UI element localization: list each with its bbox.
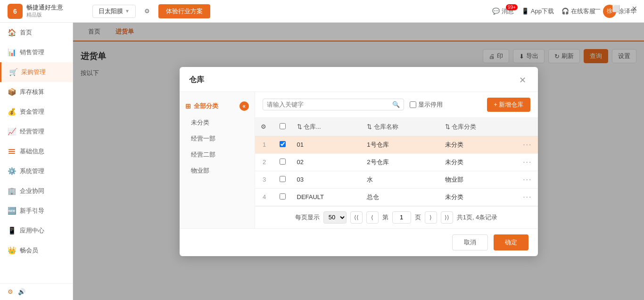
row-action-cell[interactable]: ··· bbox=[517, 153, 537, 171]
sidebar-item-operations[interactable]: 📈 经营管理 bbox=[0, 122, 73, 142]
cancel-button[interactable]: 取消 bbox=[452, 234, 488, 250]
select-all-checkbox[interactable] bbox=[280, 123, 286, 129]
modal-footer: 取消 确定 bbox=[180, 228, 538, 256]
confirm-button[interactable]: 确定 bbox=[494, 234, 528, 250]
last-page-button[interactable]: ⟩⟩ bbox=[441, 211, 453, 224]
modal-header: 仓库 ✕ bbox=[180, 67, 538, 92]
sidebar-bottom: ⚙ 🔊 bbox=[0, 283, 73, 300]
sidebar-item-sales[interactable]: 📊 销售管理 bbox=[0, 42, 73, 62]
search-input[interactable] bbox=[267, 101, 389, 108]
more-actions-icon[interactable]: ··· bbox=[523, 193, 532, 201]
sidebar-item-system[interactable]: ⚙️ 系统管理 bbox=[0, 161, 73, 181]
row-code-cell: DEFAULT bbox=[291, 188, 362, 206]
bottom-settings-icon[interactable]: ⚙ bbox=[8, 288, 13, 295]
modal-sidebar: ⊞ 全部分类 « 未分类 经营一部 经营二部 bbox=[180, 92, 255, 228]
row-checkbox-cell[interactable] bbox=[274, 136, 291, 153]
sidebar-item-inventory[interactable]: 📦 库存核算 bbox=[0, 82, 73, 102]
row-checkbox-cell[interactable] bbox=[274, 153, 291, 171]
row-action-cell[interactable]: ··· bbox=[517, 171, 537, 188]
sidebar-item-label: 经营管理 bbox=[20, 127, 44, 136]
total-info: 共1页, 4条记录 bbox=[457, 213, 498, 222]
row-checkbox[interactable] bbox=[280, 193, 286, 200]
show-disabled-label[interactable]: 显示停用 bbox=[410, 100, 443, 109]
sidebar-item-enterprise[interactable]: 🏢 企业协同 bbox=[0, 181, 73, 201]
window-controls: — ⬜ ✕ bbox=[587, 0, 644, 17]
sort-icon-cat: ⇅ bbox=[445, 123, 450, 130]
modal-category-3[interactable]: 物业部 bbox=[180, 163, 255, 179]
more-actions-icon[interactable]: ··· bbox=[523, 175, 532, 183]
show-disabled-checkbox[interactable] bbox=[410, 101, 416, 108]
gear-icon: ⚙️ bbox=[8, 167, 16, 175]
table-row[interactable]: 2 02 2号仓库 未分类 ··· bbox=[255, 153, 538, 171]
modal-category-1[interactable]: 经营一部 bbox=[180, 131, 255, 147]
settings-icon[interactable]: ⚙ bbox=[140, 4, 155, 19]
row-settings-cell: 1 bbox=[255, 136, 274, 153]
row-code-cell: 02 bbox=[291, 153, 362, 171]
add-warehouse-button[interactable]: + 新增仓库 bbox=[487, 98, 530, 112]
bottom-sound-icon[interactable]: 🔊 bbox=[18, 288, 25, 295]
modal-close-button[interactable]: ✕ bbox=[517, 75, 528, 86]
restore-button[interactable]: ⬜ bbox=[606, 0, 625, 17]
sidebar-item-basic[interactable]: 基础信息 bbox=[0, 142, 73, 161]
collapse-button[interactable]: « bbox=[239, 101, 249, 111]
page-size-select[interactable]: 50 bbox=[323, 211, 347, 224]
prev-page-button[interactable]: ⟨ bbox=[366, 211, 379, 224]
th-actions bbox=[517, 118, 537, 136]
crown-icon: 👑 bbox=[8, 246, 16, 255]
more-actions-icon[interactable]: ··· bbox=[523, 141, 532, 149]
row-action-cell[interactable]: ··· bbox=[517, 136, 537, 153]
row-checkbox[interactable] bbox=[280, 158, 286, 165]
sidebar-item-label: 畅会员 bbox=[20, 246, 38, 255]
sidebar-item-member[interactable]: 👑 畅会员 bbox=[0, 241, 73, 260]
row-checkbox-cell[interactable] bbox=[274, 171, 291, 188]
sidebar-item-label: 采购管理 bbox=[21, 68, 46, 76]
warehouse-tbody: 1 01 1号仓库 未分类 ··· 2 02 2号仓库 未分类 ··· 3 03… bbox=[255, 136, 538, 206]
svg-rect-2 bbox=[8, 153, 15, 154]
download-icon: 📱 bbox=[521, 8, 529, 15]
table-row[interactable]: 1 01 1号仓库 未分类 ··· bbox=[255, 136, 538, 153]
warehouse-table-wrap: ⚙ ⇅ 仓库... bbox=[255, 118, 538, 206]
table-row[interactable]: 3 03 水 物业部 ··· bbox=[255, 171, 538, 188]
app-logo-icon: 6 bbox=[8, 4, 23, 19]
first-page-button[interactable]: ⟨⟨ bbox=[350, 211, 363, 224]
modal-toolbar: 🔍 显示停用 + 新增仓库 bbox=[255, 92, 538, 118]
store-name: 日太阳膜 bbox=[99, 7, 123, 16]
search-box: 🔍 bbox=[263, 99, 404, 110]
close-window-button[interactable]: ✕ bbox=[625, 0, 644, 17]
sidebar-item-guide[interactable]: 🆕 新手引导 bbox=[0, 201, 73, 221]
sidebar-item-label: 新手引导 bbox=[20, 207, 44, 215]
row-name-cell: 总仓 bbox=[361, 188, 439, 206]
sidebar-item-apps[interactable]: 📱 应用中心 bbox=[0, 221, 73, 241]
svg-rect-0 bbox=[8, 149, 15, 150]
modal-category-2[interactable]: 经营二部 bbox=[180, 147, 255, 163]
minimize-button[interactable]: — bbox=[587, 0, 606, 17]
modal-category-0[interactable]: 未分类 bbox=[180, 115, 255, 131]
row-action-cell[interactable]: ··· bbox=[517, 188, 537, 206]
row-checkbox[interactable] bbox=[280, 141, 286, 147]
building-icon: 🏢 bbox=[8, 187, 16, 195]
page-number-input[interactable] bbox=[392, 211, 411, 224]
app-download-button[interactable]: 📱 App下载 bbox=[521, 7, 554, 16]
row-checkbox[interactable] bbox=[280, 176, 286, 182]
home-icon: 🏠 bbox=[8, 28, 16, 37]
row-checkbox-cell[interactable] bbox=[274, 188, 291, 206]
sidebar-item-home[interactable]: 🏠 首页 bbox=[0, 23, 73, 42]
sidebar-item-purchase[interactable]: 🛒 采购管理 bbox=[0, 62, 73, 82]
messages-button[interactable]: 💬 消息 99+ bbox=[492, 7, 514, 16]
more-actions-icon[interactable]: ··· bbox=[523, 158, 532, 166]
row-settings-cell: 4 bbox=[255, 188, 274, 206]
sidebar-item-finance[interactable]: 💰 资金管理 bbox=[0, 102, 73, 122]
grid-icon: ⊞ bbox=[185, 102, 191, 110]
row-settings-cell: 2 bbox=[255, 153, 274, 171]
next-page-button[interactable]: ⟩ bbox=[425, 211, 437, 224]
row-name-cell: 2号仓库 bbox=[361, 153, 439, 171]
table-row[interactable]: 4 DEFAULT 总仓 未分类 ··· bbox=[255, 188, 538, 206]
mobile-icon: 📱 bbox=[8, 226, 16, 235]
modal-all-category[interactable]: ⊞ 全部分类 « bbox=[180, 98, 255, 115]
row-category-cell: 物业部 bbox=[439, 171, 517, 188]
chart-icon: 📊 bbox=[8, 48, 16, 57]
search-icon: 🔍 bbox=[392, 101, 400, 108]
trial-button[interactable]: 体验行业方案 bbox=[158, 4, 210, 18]
store-selector[interactable]: 日太阳膜 ▼ bbox=[92, 5, 136, 18]
message-icon: 💬 bbox=[492, 8, 500, 15]
